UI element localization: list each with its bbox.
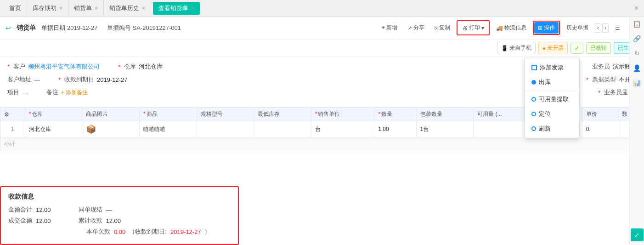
sidebar-refresh-icon[interactable]: ↻ — [634, 50, 640, 57]
new-button[interactable]: + 新增 — [378, 22, 401, 34]
grid-icon: ⊞ — [538, 25, 542, 31]
print-button-container: 🖨 打印 ▾ — [457, 20, 490, 35]
toolbar-row: 📱 来自手机 ● 未开票 ✓ 已核销 已生效 — [0, 40, 644, 57]
due-hint: （收款到期日: — [129, 228, 167, 236]
owed-field: 本单欠款 0.00 （收款到期日: 2019-12-27 ） — [86, 228, 210, 236]
col-spec: 规格型号 — [197, 108, 254, 121]
col-unit: *销售单位 — [311, 108, 374, 121]
row-number: 1 — [0, 121, 25, 137]
sidebar-doc-icon[interactable]: 📋 — [633, 20, 641, 28]
print-dropdown-arrow: ▾ — [481, 25, 484, 31]
confirm-button[interactable]: ✓ — [571, 43, 583, 54]
ship-item[interactable]: 出库 — [525, 75, 579, 90]
tab-view-sales[interactable]: 查看销货单 × — [153, 2, 200, 15]
content-area: ↩ 销货单 单据日期 2019-12-27 单据编号 SA-20191227-0… — [0, 17, 644, 245]
doc-meta: 单据日期 2019-12-27 单据编号 SA-20191227-001 — [41, 24, 181, 32]
cumulative-field: 累计收款 12.00 — [79, 217, 121, 225]
payment-row-2: 成交金额 12.00 累计收款 12.00 — [8, 217, 231, 225]
doc-header: ↩ 销货单 单据日期 2019-12-27 单据编号 SA-20191227-0… — [0, 17, 644, 40]
phone-icon: 📱 — [501, 45, 508, 51]
copy-button[interactable]: ⎘ 复制 — [431, 22, 454, 34]
owed-value: 0.00 — [114, 228, 125, 235]
prev-button[interactable]: ‹ — [595, 23, 601, 33]
col-warehouse: *仓库 — [25, 108, 82, 121]
customer-value[interactable]: 柳州粤港平安气体有限公司 — [28, 63, 100, 71]
locate-item[interactable]: 定位 — [525, 107, 579, 121]
operations-button[interactable]: ⊞ 操作 — [534, 22, 559, 34]
customer-required: * — [7, 63, 10, 70]
cumulative-label: 累计收款 — [79, 217, 102, 225]
add-invoice-icon — [531, 65, 537, 70]
deal-label: 成交金额 — [8, 217, 32, 225]
staff2-required: * — [598, 89, 600, 96]
row-quantity: 1.00 — [374, 121, 416, 137]
list-view-button[interactable]: ☰ — [611, 23, 624, 33]
row-pkg-qty: 1台 — [416, 121, 474, 137]
not-open-button[interactable]: ● 未开票 — [538, 42, 568, 54]
tab-sales-close[interactable]: × — [95, 5, 98, 11]
logistics-button[interactable]: 🚚 物流信息 — [492, 22, 530, 34]
product-image: 📦 — [86, 125, 96, 134]
sidebar-expand-button[interactable]: ⤢ — [631, 228, 644, 241]
project-value: — — [22, 89, 28, 96]
remark-field: 备注 + 添加备注 — [46, 88, 88, 97]
tab-sales[interactable]: 销货单 × — [68, 0, 104, 17]
tab-inventory[interactable]: 库存期初 × — [27, 0, 68, 17]
doc-icon: ↩ — [6, 24, 11, 32]
payment-info-section: 收款信息 金额合计 12.00 同单现结 — 成交金额 12.00 累计收款 — [0, 186, 239, 245]
col-product: *商品 — [139, 108, 197, 121]
window-close-button[interactable]: × — [634, 4, 638, 12]
add-remark-button[interactable]: + 添加备注 — [61, 89, 88, 97]
due-date-field: * 收款到期日 2019-12-27 — [58, 75, 128, 84]
col-pkg-qty: 包装数量 — [416, 108, 474, 121]
due-close: ） — [204, 228, 210, 236]
history-button[interactable]: 历史单据 — [563, 22, 592, 34]
invoice-required: * — [586, 76, 588, 83]
doc-number-field: 单据编号 SA-20191227-001 — [107, 24, 181, 32]
check-icon: ✓ — [575, 45, 579, 51]
total-value: 12.00 — [36, 206, 51, 213]
sidebar-link-icon[interactable]: 🔗 — [633, 35, 641, 42]
right-sidebar: 📋 🔗 ↻ 👤 📊 ⤢ — [629, 17, 644, 245]
menu-divider-1 — [525, 91, 579, 91]
tab-sales-history[interactable]: 销货单历史 × — [104, 0, 151, 17]
address-value: — — [34, 76, 40, 83]
owed-label: 本单欠款 — [86, 228, 110, 236]
date-value: 2019-12-27 — [67, 24, 98, 31]
same-order-label: 同单现结 — [79, 205, 102, 214]
tab-sales-history-close[interactable]: × — [142, 5, 145, 11]
subtotal-row: 小计 — [0, 137, 644, 151]
tab-view-sales-close[interactable]: × — [191, 5, 194, 11]
doc-title: 销货单 — [17, 24, 36, 32]
tab-inventory-close[interactable]: × — [59, 5, 62, 11]
add-invoice-item[interactable]: 添加发票 — [525, 60, 579, 75]
print-button[interactable]: 🖨 打印 ▾ — [458, 22, 488, 34]
available-item[interactable]: 可用量提取 — [525, 92, 579, 107]
refresh-item[interactable]: 刷新 — [525, 121, 579, 136]
number-label: 单据编号 — [107, 24, 131, 32]
ship-icon — [531, 80, 536, 85]
total-label: 金额合计 — [8, 205, 32, 214]
number-value: SA-20191227-001 — [133, 24, 181, 31]
locate-icon — [531, 112, 536, 116]
warehouse-field: * 仓库 河北仓库 — [118, 63, 163, 71]
next-button[interactable]: › — [602, 23, 609, 33]
sidebar-user-icon[interactable]: 👤 — [633, 64, 641, 72]
nav-arrows: ‹ › — [595, 23, 609, 33]
refresh-icon — [531, 126, 536, 131]
due-date-value: 2019-12-27 — [97, 76, 128, 83]
operations-button-container: ⊞ 操作 — [533, 21, 560, 35]
col-qty: *数量 — [374, 108, 416, 121]
copy-icon: ⎘ — [435, 25, 438, 31]
from-phone-button[interactable]: 📱 来自手机 — [497, 42, 536, 54]
share-button[interactable]: ↗ 分享 — [404, 22, 428, 34]
warehouse-required: * — [118, 63, 120, 70]
tab-home[interactable]: 首页 — [4, 0, 27, 17]
row-min-stock — [254, 121, 311, 137]
row-price: 0. — [582, 121, 618, 137]
col-settings[interactable]: ⚙ — [0, 108, 25, 121]
sidebar-chart-icon[interactable]: 📊 — [633, 79, 641, 86]
row-image: 📦 — [82, 121, 140, 137]
truck-icon: 🚚 — [496, 25, 503, 31]
project-field: 项目 — — [7, 88, 28, 97]
